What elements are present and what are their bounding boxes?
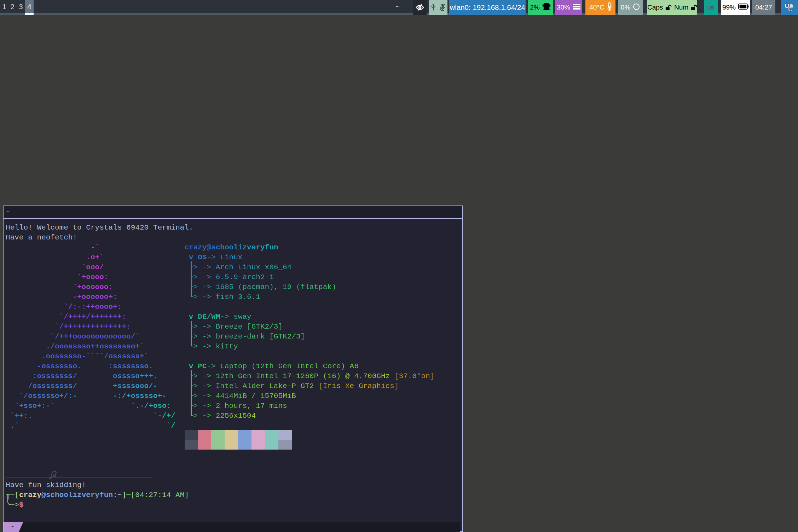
svg-text:C: C [788, 6, 792, 12]
